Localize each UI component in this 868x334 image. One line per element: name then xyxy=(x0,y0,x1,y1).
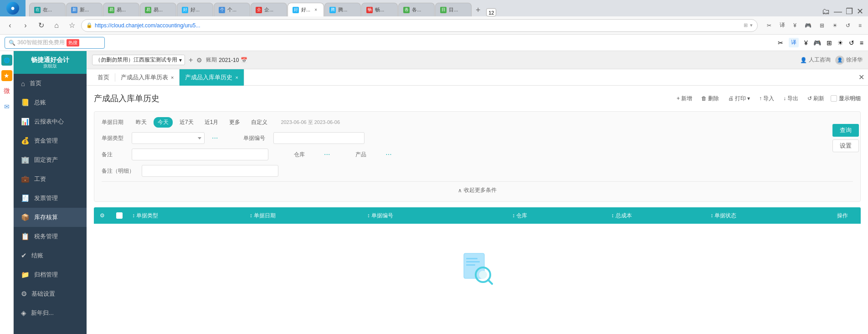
undo-btn[interactable]: ↺ xyxy=(843,21,853,30)
product-filter-dots[interactable]: ··· xyxy=(385,150,391,159)
url-bar[interactable]: 🔒 https://cloud.chanjet.com/accounting/u… xyxy=(81,19,758,32)
date-btn-7days[interactable]: 近7天 xyxy=(175,117,198,128)
maximize-btn[interactable]: ❐ xyxy=(846,6,853,16)
select-all-checkbox[interactable] xyxy=(116,212,123,219)
browser-tab-3[interactable]: 易 易... xyxy=(103,3,139,16)
th-status[interactable]: ↕ 单据状态 xyxy=(707,212,824,220)
date-btn-custom[interactable]: 自定义 xyxy=(247,117,272,128)
menu-btn[interactable]: ≡ xyxy=(856,21,864,30)
th-gear[interactable]: ⚙ xyxy=(94,212,110,219)
settings-button[interactable]: 设置 xyxy=(832,139,859,152)
query-button[interactable]: 查询 xyxy=(832,124,859,137)
browser-tab-10[interactable]: 畅 畅... xyxy=(361,3,398,16)
browser-tab-8[interactable]: 好 好... × xyxy=(288,3,324,16)
app-switch-web[interactable]: 🌐 xyxy=(1,55,12,66)
breadcrumb-tab-list-close[interactable]: × xyxy=(171,75,174,80)
url-dropdown[interactable]: ▾ xyxy=(750,22,753,28)
breadcrumb-tab-list[interactable]: 产成品入库单历表 × xyxy=(115,69,180,86)
sidebar-item-asset[interactable]: 🏢 固定资产 xyxy=(14,150,87,170)
num-filter-input[interactable] xyxy=(273,132,365,144)
gamepad-icon[interactable]: 🎮 xyxy=(813,39,821,46)
browser-tab-7[interactable]: 企 企... xyxy=(251,3,287,16)
user-profile-btn[interactable]: 👤 徐泽华 xyxy=(835,56,863,65)
sidebar-item-close[interactable]: ✔ 结账 xyxy=(14,246,87,265)
home-button[interactable]: ⌂ xyxy=(50,19,63,32)
date-btn-1month[interactable]: 近1月 xyxy=(200,117,223,128)
theme-btn[interactable]: ☀ xyxy=(830,21,840,30)
type-filter-dots[interactable]: ··· xyxy=(212,134,218,142)
app-switch-star[interactable]: ★ xyxy=(1,70,12,81)
sun-icon[interactable]: ☀ xyxy=(837,39,843,46)
browser-tab-9[interactable]: 腾 腾... xyxy=(324,3,361,16)
company-selector[interactable]: （勿删勿禁用）江西服宝测试专用 ▾ xyxy=(92,55,185,65)
app-switch-mail[interactable]: ✉ xyxy=(1,101,12,112)
collapse-btn[interactable]: ∧ 收起更多条件 xyxy=(454,185,500,196)
th-cost[interactable]: ↕ 总成本 xyxy=(608,212,707,220)
th-warehouse[interactable]: ↕ 仓库 xyxy=(508,212,608,220)
remark-filter-input[interactable] xyxy=(132,149,268,160)
th-checkbox[interactable] xyxy=(110,212,128,219)
bookmark-button[interactable]: ☆ xyxy=(66,19,78,32)
refresh-icon[interactable]: ↺ xyxy=(849,39,854,46)
import-btn[interactable]: ↑ 导入 xyxy=(756,93,777,104)
close-page-btn[interactable]: ✕ xyxy=(858,73,868,82)
browser-tab-4[interactable]: 易 易... xyxy=(140,3,176,16)
add-company-btn[interactable]: + xyxy=(189,56,193,64)
sidebar-item-settings[interactable]: ⚙ 基础设置 xyxy=(14,284,87,303)
export-btn[interactable]: ↓ 导出 xyxy=(781,93,801,104)
minimize-btn[interactable]: — xyxy=(834,7,842,16)
browser-tab-12[interactable]: 目 目... xyxy=(435,3,472,16)
sidebar-item-ledger[interactable]: 📒 总账 xyxy=(14,93,87,112)
sidebar-item-fund[interactable]: 💰 资金管理 xyxy=(14,131,87,150)
th-type[interactable]: ↕ 单据类型 xyxy=(128,212,246,220)
browser-tab-6[interactable]: 个 个... xyxy=(214,3,250,16)
browser-tab-5[interactable]: 好 好... xyxy=(177,3,213,16)
currency-btn[interactable]: ¥ xyxy=(791,21,799,30)
date-btn-more[interactable]: 更多 xyxy=(225,117,244,128)
tab-close-8[interactable]: × xyxy=(313,7,319,13)
warehouse-filter-dots[interactable]: ··· xyxy=(324,150,330,159)
date-btn-yesterday[interactable]: 昨天 xyxy=(132,117,151,128)
game-btn[interactable]: 🎮 xyxy=(802,21,814,30)
refresh-btn[interactable]: ↺ 刷新 xyxy=(805,93,827,104)
sidebar-item-newyear[interactable]: ◈ 新年归... xyxy=(14,303,87,323)
add-btn[interactable]: + 新增 xyxy=(674,93,695,104)
browser-tab-1[interactable]: 在 在... xyxy=(29,3,66,16)
breadcrumb-tab-history[interactable]: 产成品入库单历史 × xyxy=(180,69,244,86)
sidebar-item-salary[interactable]: 💼 工资 xyxy=(14,170,87,189)
th-num[interactable]: ↕ 单据编号 xyxy=(364,212,508,220)
grid-view-icon[interactable]: ⊞ xyxy=(827,39,832,46)
help-btn[interactable]: 👤 人工咨询 xyxy=(800,56,831,64)
grid-btn[interactable]: ⊞ xyxy=(817,21,827,30)
sidebar-item-archive[interactable]: 📁 归档管理 xyxy=(14,265,87,284)
translate-btn[interactable]: 译 xyxy=(777,20,788,31)
type-filter-select[interactable] xyxy=(132,132,205,144)
restore-btn[interactable]: 🗂 xyxy=(822,7,830,16)
show-detail-checkbox-wrap[interactable]: 显示明细 xyxy=(831,95,861,103)
app-switch-weibo[interactable]: 微 xyxy=(1,86,12,97)
company-settings-icon[interactable]: ⚙ xyxy=(196,57,202,64)
sidebar-item-inventory[interactable]: 📦 库存核算 xyxy=(14,208,87,227)
sidebar-item-report[interactable]: 📊 云报表中心 xyxy=(14,112,87,131)
print-btn[interactable]: 🖨 打印 ▾ xyxy=(725,93,753,104)
sidebar-item-tax[interactable]: 📋 税务管理 xyxy=(14,227,87,246)
close-btn[interactable]: ✕ xyxy=(857,6,863,16)
forward-button[interactable]: › xyxy=(19,19,32,32)
tab-add-button[interactable]: + xyxy=(472,4,484,16)
th-date[interactable]: ↕ 单据日期 xyxy=(246,212,364,220)
calendar-icon[interactable]: 📅 xyxy=(241,57,247,63)
sidebar-item-invoice[interactable]: 🧾 发票管理 xyxy=(14,189,87,208)
sidebar-item-home[interactable]: ⌂ 首页 xyxy=(14,74,87,93)
breadcrumb-home[interactable]: 首页 xyxy=(92,73,115,82)
more-icon[interactable]: ≡ xyxy=(860,39,863,46)
back-button[interactable]: ‹ xyxy=(4,19,16,32)
cut-icon-btn[interactable]: ✂ xyxy=(764,21,774,30)
refresh-button[interactable]: ↻ xyxy=(35,19,47,32)
scissors-icon[interactable]: ✂ xyxy=(778,39,783,46)
translate-icon[interactable]: 译 xyxy=(789,38,799,47)
delete-btn[interactable]: 🗑 删除 xyxy=(699,93,722,104)
breadcrumb-tab-history-close[interactable]: × xyxy=(235,75,238,80)
money-icon[interactable]: ¥ xyxy=(804,39,808,46)
remark-detail-input[interactable] xyxy=(142,165,278,177)
search-input-wrap[interactable]: 🔍 360智能抠图免费用 热搜 xyxy=(5,37,105,49)
